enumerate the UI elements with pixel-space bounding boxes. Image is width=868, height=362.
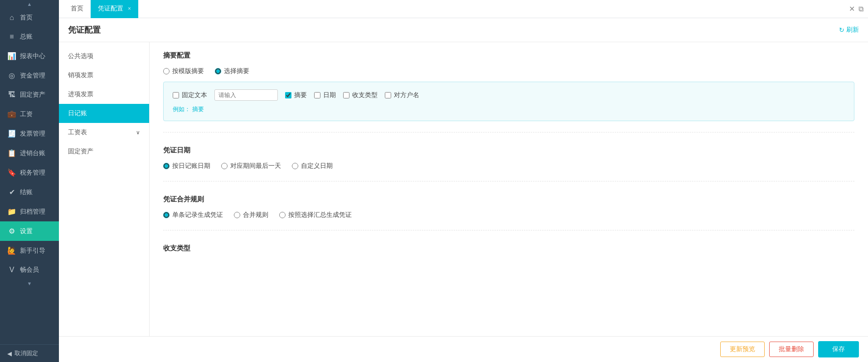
pin-icon: ◀ [7,350,12,357]
income-expense-checkbox[interactable] [343,92,349,98]
left-nav-journal[interactable]: 日记账 [59,104,149,123]
merge-single-radio[interactable] [163,212,170,218]
merge-summary-radio[interactable] [279,212,286,218]
content-area: 公共选项 销项发票 进项发票 日记账 工资表 ∨ 固定资产 [59,42,868,336]
counterpart-checkbox-item[interactable]: 对方户名 [385,91,419,99]
sidebar-item-settlement[interactable]: ✔ 结账 [0,182,59,202]
tab-home[interactable]: 首页 [63,0,91,18]
summary-template-radio[interactable] [163,68,170,74]
sidebar-item-label: 首页 [20,14,33,22]
tab-close-icon[interactable]: × [128,5,131,12]
tax-icon: 🔖 [7,168,16,177]
main-area: 首页 凭证配置 × ✕ ⧉ 凭证配置 ↻ 刷新 公共选项 [59,0,868,362]
guide-icon: 🙋 [7,246,16,255]
summary-checkbox-item[interactable]: 摘要 [285,91,307,99]
date-option-period-last[interactable]: 对应期间最后一天 [221,162,281,170]
merge-rule-radio[interactable] [234,212,240,218]
page-title: 凭证配置 [68,24,101,35]
fixed-text-checkbox[interactable] [173,92,179,98]
home-icon: ⌂ [7,14,16,22]
counterpart-checkbox[interactable] [385,92,391,98]
page-header: 凭证配置 ↻ 刷新 [59,18,868,42]
summary-config-title: 摘要配置 [163,51,854,60]
tab-bar-actions: ✕ ⧉ [849,5,863,13]
funds-icon: ◎ [7,71,16,80]
left-nav-payroll-table[interactable]: 工资表 ∨ [59,123,149,142]
refresh-icon: ↻ [839,26,844,34]
settlement-icon: ✔ [7,188,16,196]
voucher-date-section: 凭证日期 按日记账日期 对应期间最后一天 自定义日期 [163,146,854,181]
sidebar-item-reports[interactable]: 📊 报表中心 [0,46,59,66]
summary-config-section: 摘要配置 按模版摘要 选择摘要 [163,51,854,132]
date-checkbox-item[interactable]: 日期 [314,91,336,99]
sidebar-item-label: 设置 [20,227,33,235]
summary-choose-radio[interactable] [215,68,221,74]
sidebar-item-label: 进销台账 [20,149,45,157]
summary-option-choose[interactable]: 选择摘要 [215,67,249,75]
refresh-button[interactable]: ↻ 刷新 [839,26,859,34]
date-journal-radio[interactable] [163,163,170,169]
reports-icon: 📊 [7,52,16,60]
sidebar-item-home[interactable]: ⌂ 首页 [0,8,59,27]
purchase-sales-icon: 📋 [7,149,16,157]
sidebar-item-label: 工资 [20,110,33,118]
fixed-text-input[interactable] [214,89,278,101]
sidebar-item-payroll[interactable]: 💼 工资 [0,104,59,124]
summary-checkbox[interactable] [285,92,291,98]
batch-delete-button[interactable]: 批量删除 [769,342,814,357]
date-checkbox[interactable] [314,92,320,98]
sidebar-item-purchase-sales[interactable]: 📋 进销台账 [0,143,59,163]
sidebar-item-settings[interactable]: ⚙ 设置 [0,221,59,241]
sidebar-item-label: 固定资产 [20,91,45,99]
fixed-text-checkbox-item[interactable]: 固定文本 [173,91,207,99]
date-option-custom[interactable]: 自定义日期 [292,162,333,170]
sidebar-item-guide[interactable]: 🙋 新手引导 [0,241,59,260]
income-expense-section: 收支类型 [163,244,854,271]
income-expense-title: 收支类型 [163,244,854,253]
tab-voucher-config[interactable]: 凭证配置 × [91,0,138,18]
left-nav-fixed-assets[interactable]: 固定资产 [59,142,149,161]
sidebar-item-tax[interactable]: 🔖 税务管理 [0,163,59,182]
sidebar-item-funds[interactable]: ◎ 资金管理 [0,66,59,85]
sidebar-item-label: 总账 [20,33,33,41]
update-preview-button[interactable]: 更新预览 [720,342,765,357]
sidebar: ▲ ⌂ 首页 ≡ 总账 📊 报表中心 ◎ 资金管理 🏗 固定资产 💼 工资 🧾 … [0,0,59,362]
sidebar-item-vip[interactable]: V 畅会员 [0,260,59,279]
merge-option-rule[interactable]: 合并规则 [234,211,268,219]
voucher-date-title: 凭证日期 [163,146,854,155]
sidebar-scroll-up[interactable]: ▲ [0,0,59,8]
summary-radio-group: 按模版摘要 选择摘要 [163,67,854,75]
sidebar-item-label: 报表中心 [20,52,45,60]
window-restore-icon[interactable]: ⧉ [858,5,863,13]
sidebar-item-invoice[interactable]: 🧾 发票管理 [0,124,59,143]
date-option-journal[interactable]: 按日记账日期 [163,162,210,170]
income-expense-checkbox-item[interactable]: 收支类型 [343,91,378,99]
save-button[interactable]: 保存 [818,341,859,357]
left-nav-sales-invoice[interactable]: 销项发票 [59,66,149,85]
fixed-assets-icon: 🏗 [7,91,16,99]
date-custom-radio[interactable] [292,163,298,169]
right-panel: 摘要配置 按模版摘要 选择摘要 [150,42,868,336]
left-nav-purchase-invoice[interactable]: 进项发票 [59,85,149,104]
merge-rules-title: 凭证合并规则 [163,195,854,204]
chevron-down-icon: ∨ [136,129,140,136]
window-close-icon[interactable]: ✕ [849,5,855,13]
merge-option-single[interactable]: 单条记录生成凭证 [163,211,223,219]
sidebar-item-ledger[interactable]: ≡ 总账 [0,27,59,46]
sidebar-scroll-down[interactable]: ▼ [0,279,59,288]
date-period-last-radio[interactable] [221,163,228,169]
cancel-pin-button[interactable]: ◀ 取消固定 [0,344,59,362]
sidebar-item-fixed-assets[interactable]: 🏗 固定资产 [0,85,59,104]
left-nav-public[interactable]: 公共选项 [59,47,149,66]
tab-bar: 首页 凭证配置 × ✕ ⧉ [59,0,868,18]
summary-option-template[interactable]: 按模版摘要 [163,67,204,75]
left-nav: 公共选项 销项发票 进项发票 日记账 工资表 ∨ 固定资产 [59,42,150,336]
merge-option-summary[interactable]: 按照选择汇总生成凭证 [279,211,352,219]
payroll-icon: 💼 [7,110,16,118]
sidebar-item-archive[interactable]: 📁 归档管理 [0,202,59,221]
sidebar-item-label: 归档管理 [20,208,45,216]
settings-icon: ⚙ [7,227,16,235]
archive-icon: 📁 [7,207,16,216]
sidebar-item-label: 结账 [20,188,33,196]
voucher-date-radio-group: 按日记账日期 对应期间最后一天 自定义日期 [163,162,854,170]
